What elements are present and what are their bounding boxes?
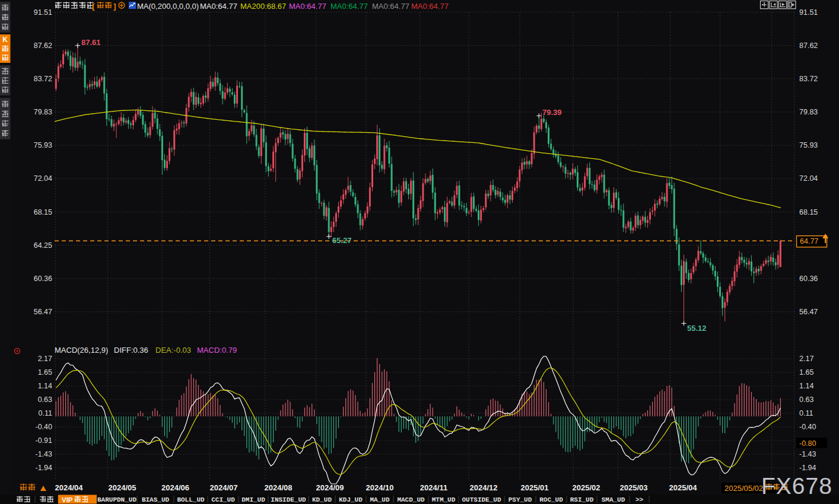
svg-text:[: [ xyxy=(92,2,95,11)
svg-text:SMA_UD: SMA_UD xyxy=(602,496,625,503)
svg-text:75.93: 75.93 xyxy=(34,141,52,149)
svg-text:2.17: 2.17 xyxy=(38,355,52,363)
svg-text:1.65: 1.65 xyxy=(799,368,813,377)
svg-text:2025/04: 2025/04 xyxy=(669,483,698,492)
svg-text:-1.43: -1.43 xyxy=(36,450,53,458)
svg-text:-1.94: -1.94 xyxy=(799,464,816,472)
svg-text:MACD:0.79: MACD:0.79 xyxy=(197,346,237,355)
svg-text:2024/08: 2024/08 xyxy=(265,483,293,492)
svg-text:87.61: 87.61 xyxy=(81,38,101,47)
svg-text:79.83: 79.83 xyxy=(34,108,52,116)
svg-text:60.36: 60.36 xyxy=(34,275,52,283)
svg-text:>>: >> xyxy=(635,496,644,503)
svg-text:75.93: 75.93 xyxy=(799,141,818,149)
svg-text:RSI_UD: RSI_UD xyxy=(570,496,594,503)
svg-text:72.04: 72.04 xyxy=(34,174,52,183)
svg-text:K: K xyxy=(2,36,8,44)
svg-text:2.17: 2.17 xyxy=(799,355,813,363)
svg-text:BARUPDN_UD: BARUPDN_UD xyxy=(97,496,136,503)
svg-text:MTM_UD: MTM_UD xyxy=(432,496,456,503)
svg-text:-0.40: -0.40 xyxy=(36,423,53,431)
svg-text:79.39: 79.39 xyxy=(542,108,562,117)
svg-text:56.47: 56.47 xyxy=(34,308,52,316)
svg-text:72.04: 72.04 xyxy=(799,174,818,183)
svg-text:2024/12: 2024/12 xyxy=(470,483,498,492)
svg-text:FX678: FX678 xyxy=(761,473,832,499)
svg-text:65.27: 65.27 xyxy=(332,236,352,245)
svg-text:56.47: 56.47 xyxy=(799,308,818,316)
svg-text:2024/09: 2024/09 xyxy=(316,483,344,492)
svg-text:KDJ_UD: KDJ_UD xyxy=(339,496,363,503)
svg-text:-1.94: -1.94 xyxy=(36,464,53,472)
svg-text:OUTSIDE_UD: OUTSIDE_UD xyxy=(462,496,501,503)
svg-text:55.12: 55.12 xyxy=(687,324,707,333)
svg-text:87.62: 87.62 xyxy=(34,42,52,50)
svg-text:2025/05/02: 2025/05/02 xyxy=(724,484,763,493)
svg-text:68.15: 68.15 xyxy=(34,208,52,216)
svg-text:MA200:68.67: MA200:68.67 xyxy=(240,2,286,11)
svg-text:1.65: 1.65 xyxy=(38,368,52,377)
svg-text:MACD_UD: MACD_UD xyxy=(397,496,425,503)
svg-text:0.63: 0.63 xyxy=(38,395,52,404)
svg-text:KD_UD: KD_UD xyxy=(312,496,332,503)
svg-text:MA0:64.77: MA0:64.77 xyxy=(411,2,449,11)
svg-text:91.51: 91.51 xyxy=(799,8,818,17)
svg-text:0.63: 0.63 xyxy=(799,395,813,404)
svg-text:MA0:64.77: MA0:64.77 xyxy=(200,2,237,11)
svg-text:2024/10: 2024/10 xyxy=(366,483,394,492)
svg-text:PSY_UD: PSY_UD xyxy=(509,496,532,503)
svg-text:INSIDE_UD: INSIDE_UD xyxy=(271,496,306,503)
svg-text:MA(0,200,0,0,0,0): MA(0,200,0,0,0,0) xyxy=(137,2,199,11)
svg-text:68.15: 68.15 xyxy=(799,208,818,216)
svg-text:1.14: 1.14 xyxy=(799,382,813,390)
svg-text:-1.43: -1.43 xyxy=(799,450,816,458)
svg-text:VIP: VIP xyxy=(62,496,73,503)
svg-text:1.14: 1.14 xyxy=(38,382,52,390)
svg-text:DIFF:0.36: DIFF:0.36 xyxy=(114,346,148,355)
svg-text:]: ] xyxy=(113,2,116,11)
svg-text:64.25: 64.25 xyxy=(34,241,52,250)
svg-text:ROC_UD: ROC_UD xyxy=(539,496,563,503)
svg-text:2024/07: 2024/07 xyxy=(210,483,238,492)
svg-text:MA0:64.77: MA0:64.77 xyxy=(372,2,409,11)
svg-text:2024/11: 2024/11 xyxy=(420,483,447,492)
svg-text:2025/01: 2025/01 xyxy=(521,483,549,492)
svg-text:2024/04: 2024/04 xyxy=(55,483,84,492)
svg-text:DMI_UD: DMI_UD xyxy=(241,496,265,503)
svg-text:2025/03: 2025/03 xyxy=(620,483,648,492)
svg-text:2024/05: 2024/05 xyxy=(109,483,136,492)
svg-text:79.83: 79.83 xyxy=(799,108,818,116)
svg-text:DEA:-0.03: DEA:-0.03 xyxy=(155,346,191,355)
svg-text:BIAS_UD: BIAS_UD xyxy=(142,496,170,503)
svg-text:83.72: 83.72 xyxy=(34,75,52,83)
svg-text:MA_UD: MA_UD xyxy=(370,496,389,503)
svg-text:MA0:64.77: MA0:64.77 xyxy=(289,2,326,11)
svg-text:MACD(26,12,9): MACD(26,12,9) xyxy=(55,346,108,355)
svg-text:87.62: 87.62 xyxy=(799,42,818,50)
svg-text:BOLL_UD: BOLL_UD xyxy=(177,496,205,503)
svg-text:2024/06: 2024/06 xyxy=(161,483,189,492)
svg-text:91.51: 91.51 xyxy=(34,8,52,17)
svg-text:64.77: 64.77 xyxy=(800,237,818,245)
svg-text:CCI_UD: CCI_UD xyxy=(211,496,235,503)
svg-text:MA0:64.77: MA0:64.77 xyxy=(330,2,368,11)
svg-text:0.11: 0.11 xyxy=(799,409,813,417)
svg-text:-0.40: -0.40 xyxy=(799,423,816,431)
svg-text:83.72: 83.72 xyxy=(799,75,818,83)
svg-text:2025/02: 2025/02 xyxy=(573,483,600,492)
svg-text:-0.91: -0.91 xyxy=(36,436,53,445)
svg-text:-0.80: -0.80 xyxy=(799,439,816,448)
svg-text:0.11: 0.11 xyxy=(39,409,52,417)
svg-text:60.36: 60.36 xyxy=(799,275,818,283)
